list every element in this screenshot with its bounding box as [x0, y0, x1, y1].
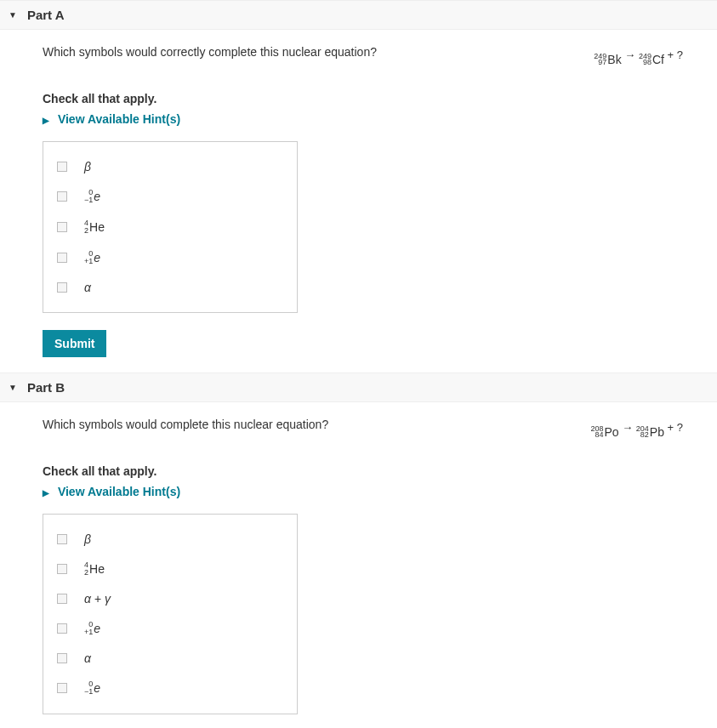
part-b-instruction: Check all that apply.	[43, 464, 717, 478]
answer-option[interactable]: 0+1e	[52, 613, 288, 644]
option-symbol: e	[94, 190, 100, 203]
part-a-instruction: Check all that apply.	[43, 92, 717, 105]
eq-b-left-atomic: 84	[595, 432, 603, 438]
option-symbol: e	[94, 622, 100, 635]
question-row-b: Which symbols would complete this nuclea…	[43, 418, 717, 439]
answer-option[interactable]: 42He	[52, 212, 288, 242]
option-text: β	[84, 160, 91, 173]
option-text: α	[84, 651, 91, 665]
nuclide-stack: 42	[84, 561, 88, 577]
part-b-answers: β42Heα + γ0+1eα0−1e	[43, 514, 298, 714]
arrow-icon: →	[622, 421, 633, 434]
nuclide-stack: 0−1	[84, 189, 93, 204]
option-text: β	[84, 532, 91, 546]
answer-label: 0−1e	[84, 189, 100, 204]
part-b-question: Which symbols would complete this nuclea…	[43, 418, 328, 431]
option-subscript: +1	[84, 628, 93, 636]
answer-label: β	[84, 160, 91, 173]
option-symbol: e	[94, 251, 100, 264]
answer-label: 0−1e	[84, 680, 100, 696]
checkbox[interactable]	[57, 222, 67, 232]
option-subscript: −1	[84, 688, 93, 696]
answer-option[interactable]: 0+1e	[52, 242, 288, 273]
option-subscript: 2	[84, 227, 88, 235]
answer-option[interactable]: α	[52, 273, 288, 302]
eq-b-tail: + ?	[668, 421, 683, 434]
eq-a-left-atomic: 97	[598, 60, 606, 65]
chevron-down-icon: ▼	[9, 383, 17, 392]
option-symbol: e	[94, 681, 100, 695]
answer-label: α + γ	[84, 592, 111, 606]
part-a-hints[interactable]: ▶ View Available Hint(s)	[43, 112, 717, 126]
checkbox[interactable]	[57, 594, 67, 604]
chevron-right-icon: ▶	[43, 116, 49, 125]
answer-label: 0+1e	[84, 621, 100, 636]
option-symbol: He	[89, 562, 105, 576]
option-text: α	[84, 281, 91, 294]
part-a-header[interactable]: ▼ Part A	[0, 0, 717, 30]
checkbox[interactable]	[57, 253, 67, 263]
checkbox[interactable]	[57, 683, 67, 693]
option-symbol: He	[89, 220, 105, 234]
option-text: α + γ	[84, 592, 111, 606]
checkbox[interactable]	[57, 191, 67, 202]
answer-option[interactable]: β	[52, 525, 288, 554]
part-b-equation: 208 84 Po → 204 82 Pb + ?	[521, 421, 691, 439]
eq-a-right-symbol: Cf	[652, 53, 664, 66]
submit-button-a[interactable]: Submit	[43, 330, 106, 357]
part-b-hints[interactable]: ▶ View Available Hint(s)	[43, 485, 717, 498]
part-b-title: Part B	[27, 380, 65, 395]
eq-b-right-symbol: Pb	[650, 425, 664, 439]
part-a-equation: 249 97 Bk → 249 98 Cf + ?	[521, 48, 691, 66]
answer-label: α	[84, 651, 91, 665]
part-a-title: Part A	[27, 8, 65, 22]
answer-option[interactable]: 0−1e	[52, 673, 288, 703]
part-b-header[interactable]: ▼ Part B	[0, 373, 717, 402]
chevron-down-icon: ▼	[9, 10, 17, 20]
answer-option[interactable]: β	[52, 152, 288, 181]
answer-label: α	[84, 281, 91, 294]
part-a-content: Which symbols would correctly complete t…	[0, 30, 717, 373]
part-a-question: Which symbols would correctly complete t…	[43, 45, 377, 59]
option-subscript: −1	[84, 196, 93, 204]
checkbox[interactable]	[57, 282, 67, 293]
checkbox[interactable]	[57, 564, 67, 574]
arrow-icon: →	[624, 48, 635, 61]
answer-label: 42He	[84, 561, 105, 577]
part-a-answers: β0−1e42He0+1eα	[43, 141, 298, 313]
option-subscript: +1	[84, 258, 93, 265]
eq-a-right-atomic: 98	[643, 60, 652, 65]
checkbox[interactable]	[57, 534, 67, 544]
checkbox[interactable]	[57, 653, 67, 663]
nuclide-stack: 0+1	[84, 250, 93, 265]
hints-label-b: View Available Hint(s)	[58, 485, 180, 498]
answer-label: β	[84, 532, 91, 546]
question-row-a: Which symbols would correctly complete t…	[43, 45, 717, 66]
answer-label: 42He	[84, 219, 105, 235]
answer-option[interactable]: 42He	[52, 554, 288, 584]
answer-option[interactable]: α + γ	[52, 584, 288, 613]
answer-option[interactable]: α	[52, 644, 288, 673]
answer-option[interactable]: 0−1e	[52, 181, 288, 212]
eq-b-right-atomic: 82	[640, 432, 649, 438]
eq-a-tail: + ?	[668, 48, 683, 61]
part-b-content: Which symbols would complete this nuclea…	[0, 402, 717, 728]
eq-a-left-symbol: Bk	[607, 53, 621, 66]
chevron-right-icon: ▶	[43, 488, 49, 498]
nuclide-stack: 0−1	[84, 680, 93, 696]
nuclide-stack: 0+1	[84, 621, 93, 636]
checkbox[interactable]	[57, 162, 67, 172]
eq-b-left-symbol: Po	[604, 425, 618, 439]
answer-label: 0+1e	[84, 250, 100, 265]
hints-label-a: View Available Hint(s)	[58, 112, 180, 126]
option-subscript: 2	[84, 569, 88, 577]
nuclide-stack: 42	[84, 219, 88, 235]
checkbox[interactable]	[57, 623, 67, 634]
